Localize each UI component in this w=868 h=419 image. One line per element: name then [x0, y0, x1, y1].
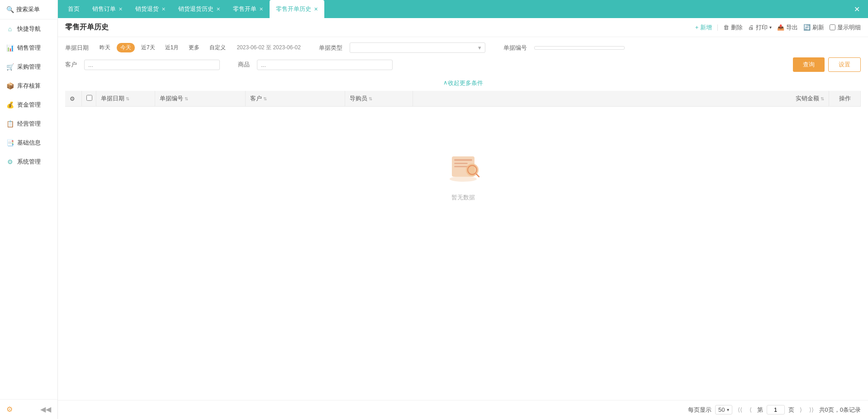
tabbar-close-all[interactable]: ✕: [849, 5, 864, 14]
th-salesman[interactable]: 导购员 ⇅: [345, 91, 413, 107]
sort-amount-icon: ⇅: [821, 96, 824, 101]
settings-button[interactable]: 设置: [828, 57, 861, 72]
date-btn-more[interactable]: 更多: [185, 43, 203, 52]
page-actions: + 新增 🗑 删除 🖨 打印 ▾ 📤 导出 🔄 刷: [695, 24, 861, 32]
export-button[interactable]: 📤 导出: [777, 24, 798, 32]
close-tab-retail-open[interactable]: ✕: [259, 6, 263, 12]
tab-retail-open-label: 零售开单: [233, 5, 256, 13]
next-page-btn[interactable]: ⟩: [798, 406, 804, 413]
print-label: 打印: [756, 24, 768, 32]
close-tab-retail-history[interactable]: ✕: [314, 6, 318, 12]
sidebar: 🔍 搜索采单 ⌂ 快捷导航 📊 销售管理 🛒 采购管理 📦 库存核算 💰 资金管…: [0, 0, 58, 419]
tab-retail-history-label: 零售开单历史: [276, 5, 311, 13]
tab-home[interactable]: 首页: [62, 0, 86, 18]
sidebar-search[interactable]: 🔍 搜索采单: [0, 0, 57, 19]
home-icon: ⌂: [6, 25, 14, 33]
th-amount-label: 实销金额: [796, 94, 819, 103]
th-settings[interactable]: ⚙: [65, 91, 81, 107]
page-label: 第: [757, 406, 763, 414]
delete-button[interactable]: 🗑 删除: [723, 24, 743, 32]
collapse-sidebar-icon[interactable]: ◀◀: [40, 405, 51, 414]
th-amount[interactable]: 实销金额 ⇅: [413, 91, 829, 107]
th-actions-label: 操作: [839, 95, 851, 102]
tab-sales-return[interactable]: 销货退货 ✕: [129, 0, 172, 18]
sidebar-item-label: 系统管理: [17, 158, 41, 166]
date-btn-1month[interactable]: 近1月: [161, 43, 183, 52]
select-all-checkbox[interactable]: [86, 95, 92, 101]
per-page-select[interactable]: 50 ▾: [715, 405, 732, 414]
finance-icon: 💰: [6, 101, 14, 108]
export-label: 导出: [786, 24, 798, 32]
settings-label: 设置: [839, 61, 850, 68]
sidebar-item-label: 资金管理: [17, 101, 41, 109]
search-icon: 🔍: [6, 6, 14, 13]
first-page-btn[interactable]: ⟨⟨: [736, 406, 744, 413]
filter-row-2: 客户 ... 商品 ... 查询 设置: [65, 57, 861, 72]
sidebar-item-basic[interactable]: 📑 基础信息: [0, 133, 57, 152]
collapse-filter-row[interactable]: ∧ 收起更多条件: [65, 76, 861, 91]
close-tab-sales-return-history[interactable]: ✕: [216, 6, 220, 12]
th-actions: 操作: [829, 91, 861, 107]
date-btn-7days[interactable]: 近7天: [138, 43, 159, 52]
tab-sales-order[interactable]: 销售订单 ✕: [86, 0, 129, 18]
sidebar-item-shortcuts[interactable]: ⌂ 快捷导航: [0, 19, 57, 38]
th-salesman-label: 导购员: [350, 94, 367, 103]
sidebar-item-sales[interactable]: 📊 销售管理: [0, 38, 57, 57]
query-button[interactable]: 查询: [793, 57, 825, 72]
customer-label: 客户: [65, 61, 77, 69]
date-btn-today[interactable]: 今天: [117, 43, 135, 52]
date-btn-custom[interactable]: 自定义: [206, 43, 229, 52]
close-tab-sales-order[interactable]: ✕: [119, 6, 123, 12]
tab-retail-history[interactable]: 零售开单历史 ✕: [270, 0, 324, 18]
th-date[interactable]: 单据日期 ⇅: [96, 91, 155, 107]
last-page-btn[interactable]: ⟩⟩: [807, 406, 816, 413]
sidebar-item-inventory[interactable]: 📦 库存核算: [0, 76, 57, 95]
sidebar-item-system[interactable]: ⚙ 系统管理: [0, 152, 57, 171]
customer-select[interactable]: ...: [84, 60, 220, 70]
date-btn-yesterday[interactable]: 昨天: [96, 43, 114, 52]
sort-no-icon: ⇅: [185, 96, 188, 101]
bill-no-input[interactable]: [534, 46, 625, 50]
close-tab-sales-return[interactable]: ✕: [161, 6, 166, 12]
empty-state: 暂无数据: [65, 107, 861, 238]
date-filter-buttons: 昨天 今天 近7天 近1月 更多 自定义: [96, 43, 229, 52]
sidebar-bottom: ⚙ ◀◀: [0, 399, 57, 419]
current-page-input[interactable]: [767, 405, 785, 414]
page-title: 零售开单历史: [65, 23, 109, 32]
delete-label: 删除: [731, 24, 743, 32]
sidebar-search-label: 搜索采单: [16, 5, 40, 14]
sort-customer-icon: ⇅: [263, 96, 267, 101]
collapse-label: 收起更多条件: [448, 79, 483, 87]
empty-text: 暂无数据: [451, 193, 475, 202]
show-detail-checkbox[interactable]: 显示明细: [830, 24, 861, 32]
print-button[interactable]: 🖨 打印 ▾: [748, 24, 772, 32]
refresh-button[interactable]: 🔄 刷新: [803, 24, 824, 32]
sidebar-item-finance[interactable]: 💰 资金管理: [0, 95, 57, 114]
sidebar-item-operations[interactable]: 📋 经营管理: [0, 114, 57, 133]
tab-sales-return-history[interactable]: 销货退货历史 ✕: [172, 0, 227, 18]
filter-row-1: 单据日期 昨天 今天 近7天 近1月 更多 自定义 2023-06-02 至 2…: [65, 42, 861, 53]
sidebar-item-label: 销售管理: [17, 44, 41, 52]
column-settings-icon[interactable]: ⚙: [70, 95, 75, 102]
goods-select[interactable]: ...: [257, 60, 393, 70]
sidebar-item-purchase[interactable]: 🛒 采购管理: [0, 57, 57, 76]
bill-type-chevron: ▾: [478, 44, 481, 51]
bill-type-select[interactable]: ▾: [350, 42, 485, 53]
th-checkbox[interactable]: [81, 91, 96, 107]
tabbar: 首页 销售订单 ✕ 销货退货 ✕ 销货退货历史 ✕ 零售开单 ✕ 零售开单历史 …: [58, 0, 868, 18]
prev-page-btn[interactable]: ⟨: [748, 406, 754, 413]
total-info: 共0页，0条记录: [819, 406, 861, 414]
th-no[interactable]: 单据编号 ⇅: [155, 91, 245, 107]
customer-ellipsis: ...: [88, 61, 93, 68]
print-chevron-icon: ▾: [769, 25, 772, 30]
settings-bottom-icon[interactable]: ⚙: [6, 405, 13, 414]
filter-area: 单据日期 昨天 今天 近7天 近1月 更多 自定义 2023-06-02 至 2…: [58, 37, 868, 91]
refresh-label: 刷新: [812, 24, 824, 32]
new-button[interactable]: + 新增: [695, 24, 712, 32]
divider1: [717, 24, 718, 31]
show-detail-input[interactable]: [830, 24, 835, 30]
svg-point-0: [450, 176, 477, 182]
tab-retail-open[interactable]: 零售开单 ✕: [227, 0, 270, 18]
table-container: ⚙ 单据日期 ⇅ 单据编号: [58, 91, 868, 400]
th-customer[interactable]: 客户 ⇅: [245, 91, 345, 107]
